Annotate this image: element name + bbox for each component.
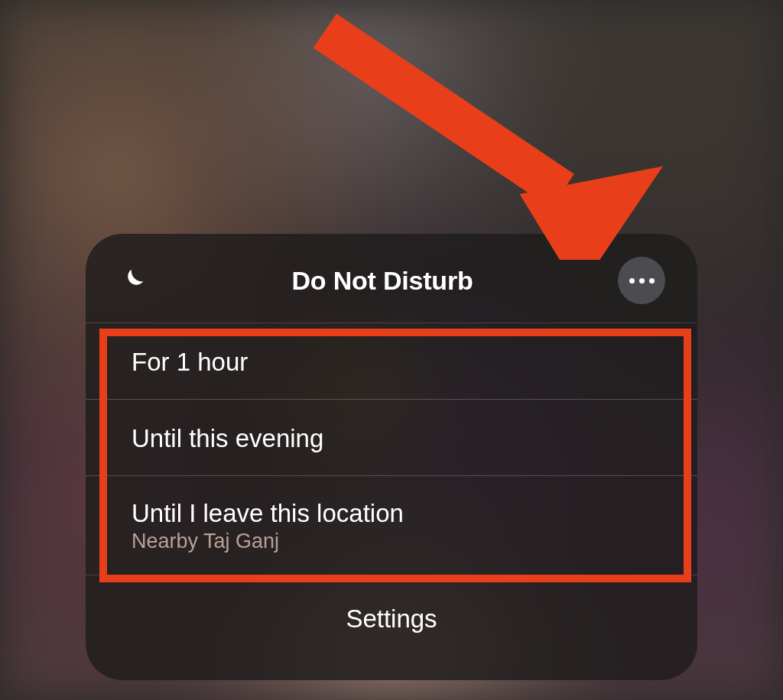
option-label: Until I leave this location bbox=[132, 499, 651, 528]
option-until-evening[interactable]: Until this evening bbox=[86, 399, 697, 475]
panel-title: Do Not Disturb bbox=[147, 266, 618, 296]
option-label: Until this evening bbox=[132, 424, 651, 453]
panel-header: Do Not Disturb bbox=[86, 234, 697, 322]
options-list: For 1 hour Until this evening Until I le… bbox=[86, 322, 697, 575]
option-sublabel: Nearby Taj Ganj bbox=[132, 530, 651, 553]
settings-label: Settings bbox=[86, 604, 697, 634]
more-icon bbox=[629, 278, 655, 284]
option-label: For 1 hour bbox=[132, 348, 651, 377]
moon-icon bbox=[118, 266, 147, 295]
settings-button[interactable]: Settings bbox=[86, 575, 697, 634]
dnd-panel: Do Not Disturb For 1 hour Until this eve… bbox=[86, 234, 697, 680]
more-button[interactable] bbox=[618, 257, 665, 304]
option-until-leave-location[interactable]: Until I leave this location Nearby Taj G… bbox=[86, 475, 697, 575]
option-for-1-hour[interactable]: For 1 hour bbox=[86, 322, 697, 399]
